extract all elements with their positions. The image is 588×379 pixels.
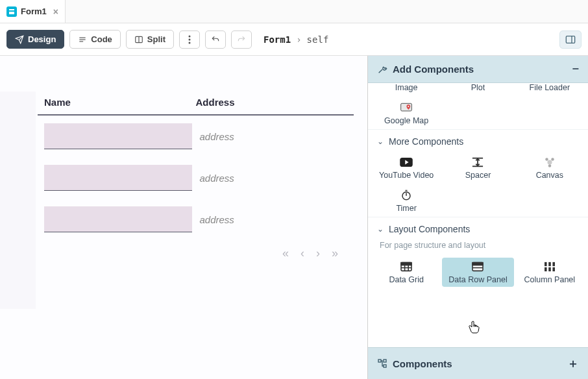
component-spacer[interactable]: Spacer (442, 153, 513, 182)
svg-rect-0 (9, 9, 14, 10)
component-canvas[interactable]: Canvas (514, 153, 585, 182)
section-title: Layout Components (389, 224, 470, 234)
svg-rect-28 (472, 263, 483, 265)
split-button[interactable]: Split (126, 30, 174, 49)
toolbar: Design Code Split Form1 › self (0, 23, 588, 56)
pagination: « ‹ › » (38, 240, 354, 260)
code-label: Code (91, 34, 112, 44)
svg-rect-10 (566, 36, 574, 43)
section-description: For page structure and layout (368, 238, 588, 255)
component-timer[interactable]: Timer (371, 186, 442, 215)
tab-form1[interactable]: Form1 × (0, 0, 66, 23)
address-cell[interactable]: address (200, 214, 348, 225)
svg-rect-34 (552, 262, 555, 266)
wrench-icon (377, 64, 387, 75)
column-panel-icon (542, 260, 557, 273)
svg-point-9 (189, 42, 191, 43)
minimize-icon[interactable]: − (572, 62, 579, 76)
section-more-components[interactable]: ⌄ More Components (368, 129, 588, 151)
components-scroll[interactable]: Image Plot File Loader Google Map (368, 83, 588, 347)
add-components-header[interactable]: Add Components − (368, 56, 588, 83)
code-button[interactable]: Code (69, 30, 121, 49)
plus-icon[interactable]: ＋ (567, 356, 579, 371)
data-grid-widget[interactable]: Name Address address address address « (38, 92, 354, 260)
undo-button[interactable] (205, 31, 226, 49)
component-label: YouTube Video (379, 171, 434, 180)
chevron-down-icon: ⌄ (377, 137, 384, 146)
page-prev-icon[interactable]: ‹ (300, 247, 304, 260)
table-row[interactable]: address (38, 116, 354, 157)
component-label: Data Grid (389, 275, 424, 284)
selection-overlay (0, 92, 36, 309)
svg-point-17 (547, 160, 552, 164)
svg-point-19 (551, 158, 554, 161)
youtube-icon (398, 156, 414, 169)
svg-rect-37 (384, 360, 386, 362)
page-next-icon[interactable]: › (316, 247, 320, 260)
svg-rect-38 (384, 365, 386, 367)
table-row[interactable]: address (38, 157, 354, 199)
page-last-icon[interactable]: » (332, 247, 338, 260)
svg-rect-31 (545, 267, 547, 271)
design-button[interactable]: Design (6, 30, 64, 49)
component-label: Spacer (465, 171, 491, 180)
component-label: Google Map (384, 116, 428, 125)
tab-title: Form1 (21, 6, 47, 16)
split-label: Split (147, 34, 165, 44)
component-data-row-panel[interactable]: Data Row Panel (442, 258, 513, 287)
close-icon[interactable]: × (53, 6, 58, 17)
table-row[interactable]: address (38, 199, 354, 240)
component-column-panel[interactable]: Column Panel (514, 258, 585, 287)
design-canvas[interactable]: Name Address address address address « (0, 56, 367, 379)
panel-toggle-button[interactable] (559, 31, 582, 49)
svg-rect-32 (548, 262, 551, 266)
component-plot[interactable]: Plot (442, 83, 513, 95)
component-label: Plot (471, 83, 485, 92)
component-google-map[interactable]: Google Map (371, 99, 442, 128)
more-button[interactable] (179, 31, 200, 49)
main: Name Address address address address « (0, 56, 588, 379)
col-header-address[interactable]: Address (196, 97, 348, 108)
name-input[interactable] (44, 206, 192, 232)
address-cell[interactable]: address (200, 173, 348, 184)
svg-rect-35 (552, 267, 555, 271)
component-label: Column Panel (524, 275, 576, 284)
address-cell[interactable]: address (200, 131, 348, 142)
components-header[interactable]: Components ＋ (368, 347, 588, 379)
name-input[interactable] (44, 123, 192, 149)
svg-rect-36 (378, 360, 381, 362)
breadcrumb-root[interactable]: Form1 (263, 34, 291, 45)
component-file-loader[interactable]: File Loader (514, 83, 585, 95)
svg-rect-23 (401, 263, 411, 265)
section-title: More Components (389, 136, 463, 147)
breadcrumb-self[interactable]: self (307, 34, 329, 45)
form-container[interactable]: Name Address address address address « (0, 92, 360, 260)
tab-bar: Form1 × (0, 0, 588, 23)
form-file-icon (6, 6, 17, 17)
components-title: Components (393, 358, 452, 369)
tree-icon (377, 358, 387, 369)
component-label: File Loader (530, 83, 570, 92)
svg-rect-33 (548, 267, 551, 271)
svg-point-8 (189, 38, 191, 40)
data-row-panel-icon (470, 260, 485, 273)
spacer-icon (470, 156, 485, 169)
name-input[interactable] (44, 165, 192, 191)
redo-button[interactable] (231, 31, 252, 49)
design-label: Design (28, 34, 56, 44)
svg-point-13 (408, 106, 409, 107)
right-sidebar: Add Components − Image Plot File Loader (367, 56, 588, 379)
page-first-icon[interactable]: « (282, 247, 289, 260)
component-label: Canvas (536, 171, 563, 180)
component-youtube[interactable]: YouTube Video (371, 153, 442, 182)
svg-rect-1 (9, 12, 14, 14)
breadcrumb: Form1 › self (263, 34, 328, 45)
col-header-name[interactable]: Name (44, 97, 196, 108)
timer-icon (398, 189, 414, 202)
component-data-grid[interactable]: Data Grid (371, 258, 442, 287)
component-image[interactable]: Image (371, 83, 442, 95)
data-grid-header: Name Address (38, 92, 354, 116)
chevron-right-icon: › (296, 34, 301, 45)
section-layout-components[interactable]: ⌄ Layout Components (368, 217, 588, 238)
component-label: Image (395, 83, 418, 92)
